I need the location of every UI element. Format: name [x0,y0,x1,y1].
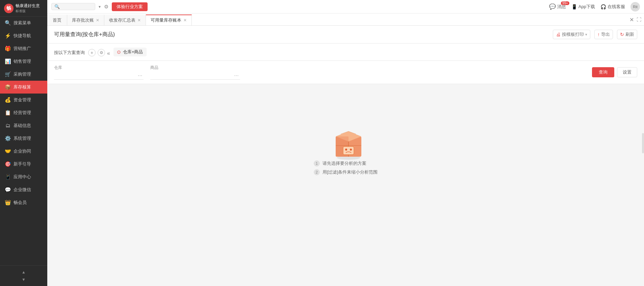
shortcut-icon: ⚡ [5,33,11,39]
sidebar-item-system[interactable]: ⚙️ 系统管理 [0,132,47,145]
product-input-container: ··· [150,72,240,80]
refresh-icon: ↻ [620,32,624,37]
query-button[interactable]: 查询 [592,67,614,77]
sidebar-bottom: ▲ ▼ [0,265,47,286]
page-header-actions: 🖨 按模板打印 ▾ ↑ 导出 ↻ 刷新 [553,30,637,39]
wechat-icon: 💬 [5,187,11,193]
column-settings-button[interactable]: 设置 [617,67,637,77]
filter-collapse-button[interactable]: « [107,49,110,56]
filter-section: 按以下方案查询 + ⚙ « ⊙ 仓库+商品 [47,44,644,61]
sidebar-scroll-up-btn[interactable]: ▲ [0,268,47,276]
product-field: 商品 ··· [150,65,240,80]
headset-icon: 🎧 [600,4,606,9]
user-avatar[interactable]: Rit [630,2,640,11]
filter-scheme-label: 仓库+商品 [123,49,143,55]
sidebar-item-label: 快捷导航 [14,33,31,39]
page-content: 可用量查询(按仓库+商品) 🖨 按模板打印 ▾ ↑ 导出 ↻ 刷新 按以下方案 [47,26,644,286]
sidebar-header: 畅 畅康通好生意 标准版 [0,0,47,17]
app-name: 畅康通好生意 [16,3,40,9]
warehouse-field: 仓库 ··· [54,65,144,80]
sidebar-item-app-center[interactable]: 📱 应用中心 [0,171,47,183]
sidebar-item-sales[interactable]: 📊 销售管理 [0,55,47,68]
sidebar-item-label: 企业协同 [14,148,31,154]
online-service-button[interactable]: 🎧 在线客服 [600,4,625,10]
page-header: 可用量查询(按仓库+商品) 🖨 按模板打印 ▾ ↑ 导出 ↻ 刷新 [47,26,644,44]
app-download-button[interactable]: 📱 App下载 [571,4,595,10]
filter-add-button[interactable]: + [88,49,96,56]
sidebar-item-inventory[interactable]: 📦 库存核算 [0,81,47,94]
filter-settings-button[interactable]: ⚙ [98,49,105,56]
sidebar-item-finance[interactable]: 💰 资金管理 [0,94,47,106]
guide-icon: 🎯 [5,161,11,167]
sidebar-item-guide[interactable]: 🎯 新手引导 [0,158,47,171]
sidebar-item-label: 基础信息 [14,123,31,129]
tab-home[interactable]: 首页 [47,15,67,25]
search-bar[interactable]: 🔍 [51,3,95,10]
gear-icon[interactable]: ⚙ [104,4,108,10]
export-button[interactable]: ↑ 导出 [594,30,613,39]
sidebar-item-operations[interactable]: 📋 经营管理 [0,106,47,119]
tab-batch-account-close[interactable]: ✕ [96,18,99,23]
warehouse-more-icon[interactable]: ··· [138,73,142,79]
empty-step-2: 2 用[过滤]条件来缩小分析范围 [314,169,378,175]
message-button[interactable]: 💬 消息 99+ [549,3,566,10]
tab-bar: 首页 库存批次账 ✕ 收发存汇总表 ✕ 可用量库存账本 ✕ ✕ ⛶ [47,14,644,26]
sidebar-item-label: 系统管理 [14,135,31,141]
main-area: 🔍 ▾ ⚙ 体验行业方案 💬 消息 99+ 📱 App下载 🎧 在线客服 Rit [47,0,644,286]
search-icon: 🔍 [54,4,60,9]
sidebar-item-shortcut[interactable]: ⚡ 快捷导航 [0,29,47,42]
svg-point-8 [350,149,352,151]
sidebar-item-label: 畅会员 [14,200,27,206]
product-more-icon[interactable]: ··· [234,73,238,79]
sidebar-item-label: 库存核算 [14,84,31,90]
trial-button[interactable]: 体验行业方案 [112,2,148,11]
tab-available-stock-label: 可用量库存账本 [151,17,181,23]
refresh-button[interactable]: ↻ 刷新 [617,30,637,39]
tab-stock-summary[interactable]: 收发存汇总表 ✕ [104,15,146,25]
sidebar-item-member[interactable]: 👑 畅会员 [0,196,47,209]
empty-text: 1 请先选择要分析的方案 2 用[过滤]条件来缩小分析范围 [314,160,378,175]
tab-available-stock[interactable]: 可用量库存账本 ✕ [146,15,192,25]
refresh-label: 刷新 [625,31,634,37]
sidebar-item-wechat[interactable]: 💬 企业微信 [0,183,47,196]
purchase-icon: 🛒 [5,71,11,77]
print-label: 按模板打印 [562,31,584,37]
filter-scheme-item[interactable]: ⊙ 仓库+商品 [113,48,147,56]
right-scrollbar[interactable] [642,133,644,153]
sidebar-item-basic[interactable]: 🗂 基础信息 [0,119,47,132]
tab-batch-account[interactable]: 库存批次账 ✕ [67,15,104,25]
sidebar-scroll-down-btn[interactable]: ▼ [0,276,47,283]
warehouse-input[interactable] [55,73,136,78]
print-chevron-icon: ▾ [585,32,587,37]
sidebar-item-marketing[interactable]: 🎁 营销推广 [0,42,47,55]
sidebar-item-label: 营销推广 [14,46,31,52]
basic-icon: 🗂 [5,123,11,129]
operations-icon: 📋 [5,110,11,116]
sidebar-item-search[interactable]: 🔍 搜索菜单 [0,17,47,29]
step-2-number: 2 [314,169,320,175]
product-input[interactable] [152,73,233,78]
print-template-button[interactable]: 🖨 按模板打印 ▾ [553,30,590,39]
tab-batch-account-label: 库存批次账 [72,17,94,23]
product-label: 商品 [150,65,240,71]
sidebar-item-cooperation[interactable]: 🤝 企业协同 [0,145,47,158]
warehouse-label: 仓库 [54,65,144,71]
tab-home-label: 首页 [53,17,61,23]
sidebar-item-label: 新手引导 [14,161,31,167]
export-label: 导出 [601,31,610,37]
tab-stock-summary-close[interactable]: ✕ [137,18,141,23]
step-1-number: 1 [314,160,320,166]
phone-icon: 📱 [571,4,577,9]
tab-available-stock-close[interactable]: ✕ [183,18,187,23]
sidebar-item-label: 资金管理 [14,97,31,103]
sidebar-item-purchase[interactable]: 🛒 采购管理 [0,68,47,81]
search-input[interactable] [61,4,92,9]
finance-icon: 💰 [5,97,11,103]
chevron-down-icon[interactable]: ▾ [99,4,101,9]
expand-tabs-button[interactable]: ⛶ [637,17,641,22]
close-all-tabs-button[interactable]: ✕ [629,16,634,23]
app-center-icon: 📱 [5,174,11,180]
message-badge: 99+ [561,1,569,5]
empty-state: 1 请先选择要分析的方案 2 用[过滤]条件来缩小分析范围 [47,84,644,212]
marketing-icon: 🎁 [5,46,11,52]
